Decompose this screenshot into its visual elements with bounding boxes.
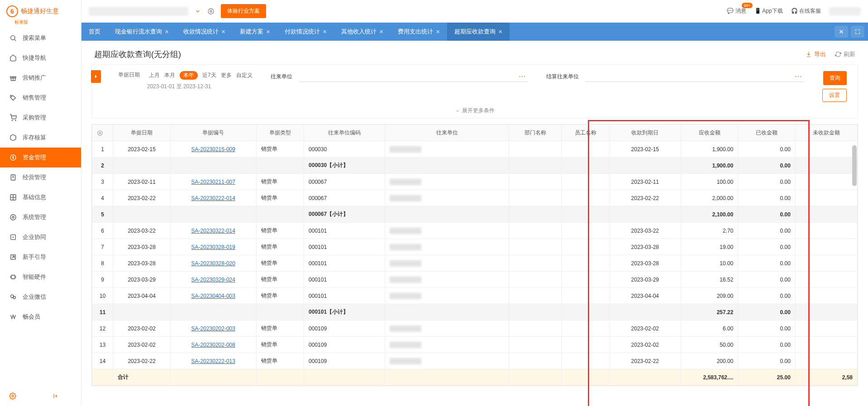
tab-close-icon[interactable]: ✕ bbox=[379, 29, 383, 35]
date-opt-thisyear[interactable]: 本年 bbox=[180, 71, 198, 80]
tab-close-icon[interactable]: ✕ bbox=[266, 29, 270, 35]
col-header-1[interactable]: 单据日期 bbox=[113, 125, 171, 141]
table-row[interactable]: 32023-02-11SA-20230211-007销货单0000672023-… bbox=[92, 174, 858, 190]
sidebar-item-5[interactable]: 库存核算 bbox=[0, 128, 81, 148]
cell-doc-code[interactable]: SA-20230202-008 bbox=[170, 337, 256, 353]
table-row[interactable]: 92023-03-29SA-20230329-024销货单0001012023-… bbox=[92, 272, 858, 288]
table-row[interactable]: 82023-03-28SA-20230328-020销货单0001012023-… bbox=[92, 255, 858, 272]
export-button[interactable]: 导出 bbox=[806, 50, 826, 58]
cell-doc-code[interactable]: SA-20230322-014 bbox=[170, 223, 256, 239]
sidebar-item-10[interactable]: 企业协同 bbox=[0, 227, 81, 247]
table-row[interactable]: 42023-02-22SA-20230222-014销货单0000672023-… bbox=[92, 190, 858, 206]
sidebar-item-12[interactable]: 智能硬件 bbox=[0, 267, 81, 287]
date-opt-7days[interactable]: 近7天 bbox=[202, 72, 216, 79]
table-row[interactable]: 5000067【小计】2,100.000.00 bbox=[92, 206, 858, 223]
cell-doc-code[interactable]: SA-20230222-014 bbox=[170, 190, 256, 206]
cell-party-code: 000109 bbox=[304, 353, 385, 369]
tab-3[interactable]: 新建方案✕ bbox=[233, 23, 277, 41]
sidebar-item-9[interactable]: 系统管理 bbox=[0, 207, 81, 227]
date-opt-custom[interactable]: 自定义 bbox=[236, 72, 253, 79]
settings-icon[interactable] bbox=[9, 392, 16, 400]
column-settings-icon[interactable] bbox=[92, 125, 113, 141]
cell-doc-code[interactable]: SA-20230202-003 bbox=[170, 320, 256, 337]
customer-service-link[interactable]: 🎧 在线客服 bbox=[791, 7, 821, 15]
sidebar-item-4[interactable]: 采购管理 bbox=[0, 108, 81, 128]
tab-close-icon[interactable]: ✕ bbox=[165, 29, 169, 35]
svg-point-15 bbox=[12, 216, 14, 218]
settings-button[interactable]: 设置 bbox=[822, 89, 847, 102]
refresh-button[interactable]: 刷新 bbox=[835, 50, 855, 58]
table-row[interactable]: 102023-04-04SA-20230404-003销货单0001012023… bbox=[92, 288, 858, 304]
lookup-icon[interactable]: ⋯ bbox=[519, 72, 526, 81]
filter-party-input[interactable]: ⋯ bbox=[299, 71, 529, 82]
sidebar-item-0[interactable]: 搜索菜单 bbox=[0, 28, 81, 48]
tab-6[interactable]: 费用支出统计✕ bbox=[391, 23, 447, 41]
tab-close-icon[interactable]: ✕ bbox=[436, 29, 440, 35]
tab-close-icon[interactable]: ✕ bbox=[221, 29, 225, 35]
col-header-3[interactable]: 单据类型 bbox=[256, 125, 304, 141]
table-row[interactable]: 12023-02-15SA-20230215-009销货单0000302023-… bbox=[92, 141, 858, 158]
tab-close-icon[interactable]: ✕ bbox=[323, 29, 327, 35]
sidebar-item-8[interactable]: 基础信息 bbox=[0, 187, 81, 207]
col-header-4[interactable]: 往来单位编码 bbox=[304, 125, 385, 141]
expand-filters-button[interactable]: 展开更多条件 bbox=[92, 105, 858, 118]
table-row[interactable]: 62023-03-22SA-20230322-014销货单0001012023-… bbox=[92, 223, 858, 239]
vertical-scrollbar[interactable] bbox=[852, 145, 857, 186]
tab-0[interactable]: 首页 bbox=[81, 23, 108, 41]
cell-doc-code[interactable]: SA-20230328-019 bbox=[170, 239, 256, 255]
cell-doc-code[interactable]: SA-20230328-020 bbox=[170, 255, 256, 272]
date-opt-thismonth[interactable]: 本月 bbox=[164, 72, 175, 79]
table-row[interactable]: 11000101【小计】257.220.00 bbox=[92, 304, 858, 320]
table-row[interactable]: 142023-02-22SA-20230222-013销货单0001092023… bbox=[92, 353, 858, 369]
sidebar-item-3[interactable]: 销售管理 bbox=[0, 88, 81, 108]
col-header-10[interactable]: 已收金额 bbox=[738, 125, 796, 141]
table-row[interactable]: 132023-02-02SA-20230202-008销货单0001092023… bbox=[92, 337, 858, 353]
tab-5[interactable]: 其他收入统计✕ bbox=[334, 23, 391, 41]
cell-due: 2023-03-28 bbox=[609, 239, 681, 255]
sidebar-item-11[interactable]: 新手引导 bbox=[0, 247, 81, 267]
gear-icon bbox=[9, 213, 17, 221]
org-dropdown-icon[interactable] bbox=[195, 8, 201, 14]
date-opt-lastmonth[interactable]: 上月 bbox=[149, 72, 160, 79]
org-settings-icon[interactable] bbox=[207, 8, 215, 15]
tab-4[interactable]: 付款情况统计✕ bbox=[277, 23, 334, 41]
tab-7[interactable]: 超期应收款查询✕ bbox=[447, 23, 510, 41]
tab-fullscreen-icon[interactable] bbox=[851, 26, 864, 38]
cell-doc-code[interactable]: SA-20230329-024 bbox=[170, 272, 256, 288]
sidebar-item-2[interactable]: 营销推广 bbox=[0, 68, 81, 88]
col-header-9[interactable]: 应收金额 bbox=[681, 125, 738, 141]
col-header-11[interactable]: 未收款金额 bbox=[795, 125, 857, 141]
col-header-8[interactable]: 收款到期日 bbox=[609, 125, 681, 141]
cell-doc-code[interactable]: SA-20230222-013 bbox=[170, 353, 256, 369]
col-header-6[interactable]: 部门名称 bbox=[509, 125, 562, 141]
date-opt-more[interactable]: 更多 bbox=[221, 72, 232, 79]
tab-1[interactable]: 现金银行流水查询✕ bbox=[108, 23, 176, 41]
lookup-icon[interactable]: ⋯ bbox=[795, 72, 802, 81]
cell-doc-code[interactable]: SA-20230215-009 bbox=[170, 141, 256, 158]
table-row[interactable]: 122023-02-02SA-20230202-003销货单0001092023… bbox=[92, 320, 858, 337]
trial-button[interactable]: 体验行业方案 bbox=[221, 4, 266, 18]
table-row[interactable]: 72023-03-28SA-20230328-019销货单0001012023-… bbox=[92, 239, 858, 255]
tab-close-all-icon[interactable] bbox=[835, 26, 848, 38]
query-button[interactable]: 查询 bbox=[823, 71, 847, 85]
collapse-icon[interactable] bbox=[52, 392, 60, 400]
sidebar-item-6[interactable]: 资金管理 bbox=[0, 148, 81, 167]
col-header-7[interactable]: 员工名称 bbox=[562, 125, 609, 141]
sidebar-item-14[interactable]: 畅会员 bbox=[0, 307, 81, 327]
sidebar-item-1[interactable]: 快捷导航 bbox=[0, 48, 81, 68]
app-download-link[interactable]: 📱 App下载 bbox=[754, 7, 783, 15]
filter-settle-input[interactable]: ⋯ bbox=[585, 71, 804, 82]
col-header-2[interactable]: 单据编号 bbox=[170, 125, 256, 141]
sidebar-item-7[interactable]: 经营管理 bbox=[0, 167, 81, 187]
cell-doc-code bbox=[170, 158, 256, 174]
sidebar-item-13[interactable]: 企业微信 bbox=[0, 287, 81, 307]
cell-doc-code[interactable]: SA-20230211-007 bbox=[170, 174, 256, 190]
cell-doc-code[interactable]: SA-20230404-003 bbox=[170, 288, 256, 304]
messages-link[interactable]: 💬 消息 bbox=[727, 7, 746, 15]
tab-close-icon[interactable]: ✕ bbox=[498, 29, 502, 35]
col-header-5[interactable]: 往来单位 bbox=[385, 125, 509, 141]
table-row[interactable]: 2000030【小计】1,900.000.00 bbox=[92, 158, 858, 174]
cell-unpaid bbox=[795, 190, 857, 206]
filter-collapse-icon[interactable] bbox=[91, 70, 101, 83]
tab-2[interactable]: 收款情况统计✕ bbox=[176, 23, 233, 41]
